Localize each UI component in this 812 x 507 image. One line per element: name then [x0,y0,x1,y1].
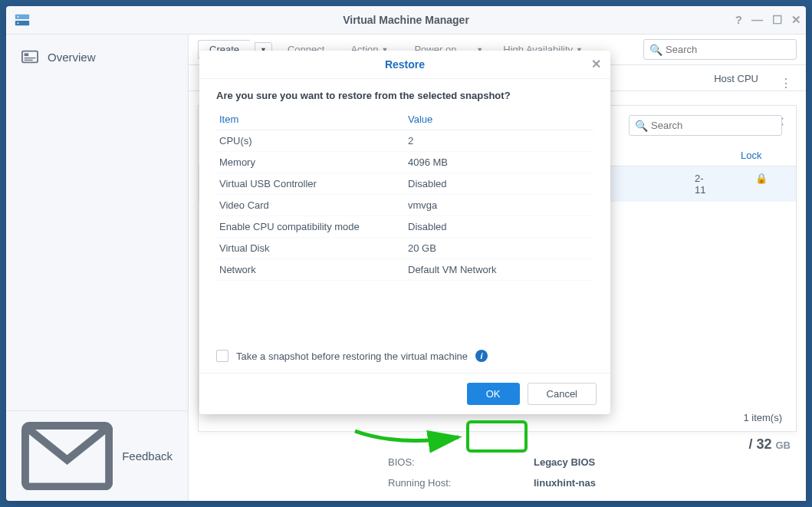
memory-summary: / 32 GB [748,436,791,453]
overview-icon [21,50,38,64]
search-icon: 🔍 [635,120,648,132]
panel-item-count: 1 item(s) [729,404,796,431]
svg-rect-7 [25,60,33,61]
lock-icon: 🔒 [755,173,768,184]
titlebar: Virtual Machine Manager ? — ☐ ✕ [6,6,806,34]
running-host-label: Running Host: [388,477,503,489]
bios-value: Legacy BIOS [534,456,595,468]
panel-search-box: 🔍 [629,115,782,136]
bios-label: BIOS: [388,456,503,468]
tab-host-cpu[interactable]: Host CPU [697,67,775,91]
feedback-label: Feedback [122,449,173,463]
checkbox-label: Take a snapshot before restoring the vir… [236,351,468,362]
col-header-value: Value [405,109,593,130]
search-box: 🔍 [643,39,797,60]
col-header-lock[interactable]: Lock [727,145,796,166]
tabs-menu-icon[interactable]: ⋮ [775,76,797,91]
checkbox-icon[interactable] [216,350,228,362]
dialog-title: Restore ✕ [199,51,610,79]
table-row: Video Cardvmvga [216,195,593,216]
cancel-button[interactable]: Cancel [528,383,597,405]
details-footer: / 32 GB BIOS: Legacy BIOS Running Host: … [388,452,791,493]
minimize-icon[interactable]: — [751,13,763,27]
help-icon[interactable]: ? [735,13,742,27]
dialog-question: Are you sure you want to restore from th… [216,90,593,101]
mail-icon [21,422,113,490]
col-header-item: Item [216,109,405,130]
table-row: NetworkDefault VM Network [216,259,593,281]
table-row: Memory4096 MB [216,152,593,173]
cell-date-fragment: 2-11 [681,166,727,202]
svg-rect-5 [25,53,29,56]
sidebar: Overview Feedback [6,35,189,501]
feedback-link[interactable]: Feedback [6,410,188,501]
sidebar-item-overview[interactable]: Overview [6,42,188,71]
svg-point-3 [18,22,19,24]
restore-dialog: Restore ✕ Are you sure you want to resto… [199,51,610,414]
ok-button[interactable]: OK [467,383,520,405]
table-row: CPU(s)2 [216,130,593,152]
table-row: Enable CPU compatibility modeDisabled [216,216,593,238]
app-title: Virtual Machine Manager [343,14,469,26]
info-icon[interactable]: i [475,350,488,362]
svg-rect-6 [25,58,36,58]
search-icon: 🔍 [649,44,662,56]
svg-point-2 [18,16,19,18]
close-icon[interactable]: ✕ [791,13,801,27]
maximize-icon[interactable]: ☐ [772,13,782,27]
dialog-close-icon[interactable]: ✕ [591,57,601,71]
restore-details-table: Item Value CPU(s)2 Memory4096 MB Virtual… [216,109,593,281]
snapshot-before-restore-checkbox[interactable]: Take a snapshot before restoring the vir… [216,350,593,362]
table-row: Virtual USB ControllerDisabled [216,173,593,195]
search-input[interactable] [643,39,797,60]
dialog-footer: OK Cancel [199,373,610,414]
svg-rect-4 [22,51,38,63]
app-icon [14,12,31,28]
annotation-arrow [351,423,466,457]
sidebar-item-label: Overview [48,51,96,64]
running-host-value: linuxhint-nas [534,477,596,489]
table-row: Virtual Disk20 GB [216,238,593,259]
panel-search-input[interactable] [629,115,782,136]
cell-lock: 🔒 [727,166,796,202]
